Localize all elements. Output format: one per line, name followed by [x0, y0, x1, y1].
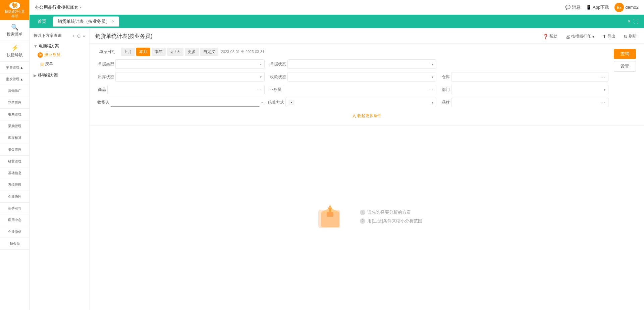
sidebar-item-marketing[interactable]: 营销推广	[0, 85, 29, 97]
add-scheme-button[interactable]: +	[72, 33, 75, 39]
sidebar-item-operations[interactable]: 经营管理	[0, 156, 29, 167]
doc-type-label: 单据类型	[95, 61, 114, 67]
dept-select[interactable]: ▾	[451, 85, 608, 94]
app-download-button[interactable]: 📱 App下载	[586, 4, 609, 10]
help-label: 帮助	[549, 34, 557, 39]
salesperson-dots-icon: ···	[429, 87, 434, 92]
sidebar-quick-nav[interactable]: ⚡ 快捷导航	[0, 41, 29, 62]
sidebar-item-enterprise-wechat[interactable]: 企业微信	[0, 226, 29, 238]
receiver-input[interactable]	[111, 98, 259, 107]
date-btn-7days[interactable]: 近7天	[167, 48, 183, 56]
enterprise-wechat-label: 企业微信	[2, 229, 28, 234]
brand-select[interactable]: ···	[451, 98, 608, 107]
date-btn-more[interactable]: 更多	[185, 48, 199, 56]
svg-marker-4	[328, 205, 332, 209]
main-content: 办公用品行业模拟账套 ▾ 💬 消息 📱 App下载 Ea demo2 首页	[30, 0, 644, 310]
sidebar-item-finance[interactable]: 资金管理	[0, 144, 29, 156]
collapse-panel-button[interactable]: «	[83, 33, 86, 39]
warehouse-select[interactable]: ···	[451, 72, 608, 82]
sidebar-item-member[interactable]: 畅会员	[0, 238, 29, 250]
settings-button[interactable]: 设置	[614, 61, 636, 72]
finance-label: 资金管理	[2, 147, 28, 152]
template-print-button[interactable]: 🖨 按模板打印 ▾	[564, 32, 596, 41]
desktop-scheme-title[interactable]: ▼ 电脑端方案	[30, 42, 90, 50]
date-btn-this-month[interactable]: 本月	[136, 48, 150, 56]
payment-field: 结算方式 × ▾	[267, 98, 437, 107]
sidebar-item-sales[interactable]: 销售管理	[0, 97, 29, 109]
receipt-status-arrow-icon: ▾	[432, 75, 433, 79]
export-button[interactable]: ⬆ 导出	[600, 32, 618, 41]
sidebar-item-guide[interactable]: 新手引导	[0, 203, 29, 214]
sidebar-item-collaboration[interactable]: 企业协同	[0, 191, 29, 203]
sidebar-search[interactable]: 🔍 搜索菜单	[0, 20, 29, 41]
sidebar-item-inventory[interactable]: 库存核算	[0, 132, 29, 144]
scheme-item-by-salesperson[interactable]: 按 按业务员	[30, 50, 90, 59]
date-btn-last-month[interactable]: 上月	[121, 48, 135, 56]
doc-status-select[interactable]: ▾	[287, 59, 437, 69]
receiver-dots-icon[interactable]: ···	[261, 100, 265, 105]
hint-text-2: 用[过滤]条件来缩小分析范围	[367, 218, 422, 224]
salesperson-select[interactable]: ···	[283, 85, 437, 94]
app-selector[interactable]: 办公用品行业模拟账套 ▾	[35, 4, 82, 10]
tab-home[interactable]: 首页	[32, 16, 52, 27]
left-panel: 按以下方案查询 + ⊙ « ▼ 电脑端方案 按 按业务员 ⊞ 按	[30, 28, 90, 310]
refresh-icon: ↻	[624, 34, 628, 39]
settings-scheme-button[interactable]: ⊙	[77, 33, 81, 39]
hint-item-1: 1 请先选择要分析的方案	[360, 209, 422, 215]
username: demo2	[625, 5, 639, 10]
receipt-status-label: 收款状态	[267, 74, 286, 80]
sidebar-item-basic-info[interactable]: 基础信息	[0, 167, 29, 179]
query-button[interactable]: 查询	[614, 49, 636, 59]
refresh-button[interactable]: ↻ 刷新	[622, 32, 639, 41]
date-btn-this-year[interactable]: 本年	[152, 48, 166, 56]
salesperson-field: 业务员 ···	[267, 85, 437, 94]
hint-text-1: 请先选择要分析的方案	[367, 209, 411, 215]
svg-rect-5	[329, 209, 331, 212]
sidebar-item-purchase[interactable]: 采购管理	[0, 120, 29, 132]
doc-type-arrow-icon: ▾	[260, 62, 262, 66]
brand-label: 品牌	[439, 100, 450, 105]
filter-row-3: 出库状态 ▾ 收款状态 ▾	[95, 72, 608, 82]
scheme-query-label: 按以下方案查询	[34, 33, 62, 39]
message-button[interactable]: 💬 消息	[565, 4, 581, 10]
sidebar-item-retail[interactable]: 零售管理 ▲	[0, 62, 29, 73]
out-status-select[interactable]: ▾	[115, 72, 265, 82]
collapse-bar[interactable]: ⋀ 收起更多条件	[95, 110, 639, 121]
help-button[interactable]: ❓ 帮助	[541, 32, 559, 41]
goods-select[interactable]: ···	[107, 85, 265, 94]
svg-rect-3	[327, 212, 333, 217]
sidebar-item-system[interactable]: 系统管理	[0, 179, 29, 191]
collapse-up-icon: ⋀	[353, 114, 356, 118]
doc-type-select[interactable]: ▾	[115, 59, 265, 69]
system-label: 系统管理	[2, 183, 28, 187]
payment-tag: ×	[288, 100, 294, 105]
user-profile[interactable]: Ea demo2	[614, 3, 639, 12]
receipt-status-select[interactable]: ▾	[287, 72, 437, 82]
empty-hints: 1 请先选择要分析的方案 2 用[过滤]条件来缩小分析范围	[360, 209, 422, 227]
app-subtitle: 标版	[11, 14, 18, 18]
page-area: 按以下方案查询 + ⊙ « ▼ 电脑端方案 按 按业务员 ⊞ 按	[30, 28, 644, 310]
avatar: Ea	[614, 3, 624, 12]
out-status-label: 出库状态	[95, 74, 114, 80]
filter-row-4: 商品 ··· 业务员 ···	[95, 85, 608, 94]
sidebar-item-wholesale[interactable]: 批发管理 ▲	[0, 73, 29, 85]
desktop-scheme-label: 电脑端方案	[39, 43, 59, 49]
sidebar-item-app-center[interactable]: 应用中心	[0, 214, 29, 226]
mobile-scheme-title[interactable]: ▶ 移动端方案	[30, 71, 90, 80]
sidebar-item-ecommerce[interactable]: 电商管理	[0, 109, 29, 120]
top-header: 办公用品行业模拟账套 ▾ 💬 消息 📱 App下载 Ea demo2	[30, 0, 644, 15]
download-icon: 📱	[586, 5, 591, 10]
date-btn-custom[interactable]: 自定义	[200, 48, 218, 56]
payment-select[interactable]: × ▾	[285, 98, 437, 107]
window-maximize-icon[interactable]: ⛶	[633, 18, 639, 24]
tab-active-report[interactable]: 销货单统计表（按业务员） ×	[53, 16, 119, 27]
doc-status-arrow-icon: ▾	[432, 62, 433, 66]
tab-close-icon[interactable]: ×	[112, 19, 114, 24]
help-icon: ❓	[543, 34, 548, 39]
scheme-item-by-order[interactable]: ⊞ 按单	[30, 59, 90, 68]
tab-active-label: 销货单统计表（按业务员）	[58, 18, 110, 24]
doc-status-field: 单据状态 ▾	[267, 59, 437, 69]
window-close-icon[interactable]: ×	[628, 18, 631, 24]
empty-state: 1 请先选择要分析的方案 2 用[过滤]条件来缩小分析范围	[90, 126, 644, 310]
date-options: 上月 本月 本年 近7天 更多 自定义 2023-03-01 至 2023-03…	[121, 48, 264, 56]
